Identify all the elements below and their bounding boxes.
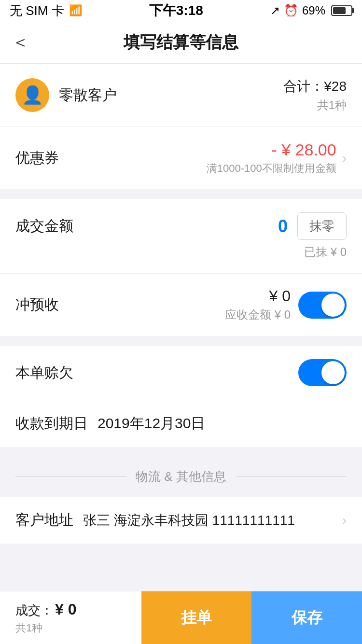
main-content: 👤 零散客户 合计：¥28 共1种 优惠券 - ¥ 28.00 满1000-10… xyxy=(0,64,362,621)
avatar: 👤 xyxy=(15,78,49,112)
chevron-right-icon: › xyxy=(342,151,347,166)
amount-sub-row: 已抹 ¥ 0 xyxy=(15,244,347,260)
debt-label: 本单赊欠 xyxy=(15,363,73,383)
customer-section: 👤 零散客户 合计：¥28 共1种 优惠券 - ¥ 28.00 满1000-10… xyxy=(0,64,362,189)
debt-toggle[interactable] xyxy=(298,359,347,386)
date-row: 收款到期日 2019年12月30日 xyxy=(0,400,362,447)
debt-section: 本单赊欠 收款到期日 2019年12月30日 xyxy=(0,346,362,447)
battery-icon xyxy=(331,5,352,16)
total-amount: 合计：¥28 xyxy=(283,77,347,96)
coupon-label: 优惠券 xyxy=(15,148,59,168)
footer-info: 成交： ¥ 0 共1种 xyxy=(0,601,141,635)
location-icon: ↗ xyxy=(270,4,280,17)
logistics-divider: 物流 & 其他信息 xyxy=(0,457,362,497)
customer-right: 合计：¥28 共1种 xyxy=(283,77,347,113)
round-button[interactable]: 抹零 xyxy=(297,212,347,240)
battery-percent: 69% xyxy=(302,4,325,17)
already-rounded: 已抹 ¥ 0 xyxy=(304,245,347,258)
back-button[interactable]: ＜ xyxy=(12,30,29,54)
avatar-icon: 👤 xyxy=(22,85,43,105)
prereceipt-right: ¥ 0 应收金额 ¥ 0 xyxy=(225,287,347,322)
date-value: 2019年12月30日 xyxy=(97,414,205,434)
section-gap-3 xyxy=(0,447,362,457)
address-chevron-icon: › xyxy=(342,513,347,528)
customer-left: 👤 零散客户 xyxy=(15,78,117,112)
section-gap-2 xyxy=(0,336,362,346)
item-count: 共1种 xyxy=(283,98,347,113)
customer-row: 👤 零散客户 合计：¥28 共1种 xyxy=(0,64,362,126)
status-right: ↗ ⏰ 69% xyxy=(270,4,352,17)
prereceipt-row: 冲预收 ¥ 0 应收金额 ¥ 0 xyxy=(0,273,362,336)
footer-deal-amount: ¥ 0 xyxy=(55,601,76,618)
alarm-icon: ⏰ xyxy=(284,4,298,17)
customer-name: 零散客户 xyxy=(59,85,117,105)
divider-line-left xyxy=(15,476,126,477)
footer: 成交： ¥ 0 共1种 挂单 保存 xyxy=(0,591,362,644)
status-time: 下午3:18 xyxy=(149,1,203,20)
status-left: 无 SIM 卡 📶 xyxy=(10,2,82,19)
address-section: 客户地址 张三 海淀永丰科技园 11111111111 › xyxy=(0,497,362,544)
coupon-info: - ¥ 28.00 满1000-100不限制使用金额 xyxy=(207,140,336,176)
transaction-section: 成交金额 0 抹零 已抹 ¥ 0 冲预收 ¥ 0 应收金额 ¥ 0 xyxy=(0,199,362,336)
amount-row: 成交金额 0 抹零 xyxy=(15,212,347,240)
status-bar: 无 SIM 卡 📶 下午3:18 ↗ ⏰ 69% xyxy=(0,0,362,21)
page-title: 填写结算等信息 xyxy=(124,31,238,54)
amount-section: 成交金额 0 抹零 已抹 ¥ 0 xyxy=(0,199,362,273)
transaction-value[interactable]: 0 xyxy=(278,216,288,237)
nav-bar: ＜ 填写结算等信息 xyxy=(0,21,362,64)
coupon-amount: - ¥ 28.00 xyxy=(207,140,336,159)
divider-line-right xyxy=(236,476,347,477)
transaction-right: 0 抹零 xyxy=(278,212,347,240)
prereceipt-toggle[interactable] xyxy=(298,292,347,319)
prereceipt-main-amount: ¥ 0 xyxy=(225,287,291,305)
prereceipt-sub-amount: 应收金额 ¥ 0 xyxy=(225,307,291,322)
footer-item-count: 共1种 xyxy=(15,621,126,635)
section-gap-1 xyxy=(0,189,362,199)
address-label: 客户地址 xyxy=(15,510,73,530)
coupon-description: 满1000-100不限制使用金额 xyxy=(207,161,336,176)
address-row[interactable]: 客户地址 张三 海淀永丰科技园 11111111111 › xyxy=(0,497,362,544)
hold-button[interactable]: 挂单 xyxy=(141,591,252,644)
date-label: 收款到期日 xyxy=(15,414,88,434)
address-value: 张三 海淀永丰科技园 11111111111 xyxy=(83,511,342,530)
prereceipt-label: 冲预收 xyxy=(15,295,59,315)
logistics-label: 物流 & 其他信息 xyxy=(136,468,226,485)
coupon-right: - ¥ 28.00 满1000-100不限制使用金额 › xyxy=(207,140,347,176)
debt-toggle-knob xyxy=(321,361,345,384)
toggle-knob xyxy=(321,294,345,317)
debt-row: 本单赊欠 xyxy=(0,346,362,400)
prereceipt-amounts: ¥ 0 应收金额 ¥ 0 xyxy=(225,287,291,322)
footer-deal-row: 成交： ¥ 0 xyxy=(15,601,126,619)
save-button[interactable]: 保存 xyxy=(251,591,362,644)
wifi-icon: 📶 xyxy=(69,4,82,17)
transaction-label: 成交金额 xyxy=(15,216,73,236)
carrier-label: 无 SIM 卡 xyxy=(10,2,64,19)
coupon-row[interactable]: 优惠券 - ¥ 28.00 满1000-100不限制使用金额 › xyxy=(0,126,362,189)
footer-deal-label: 成交： xyxy=(15,602,53,619)
